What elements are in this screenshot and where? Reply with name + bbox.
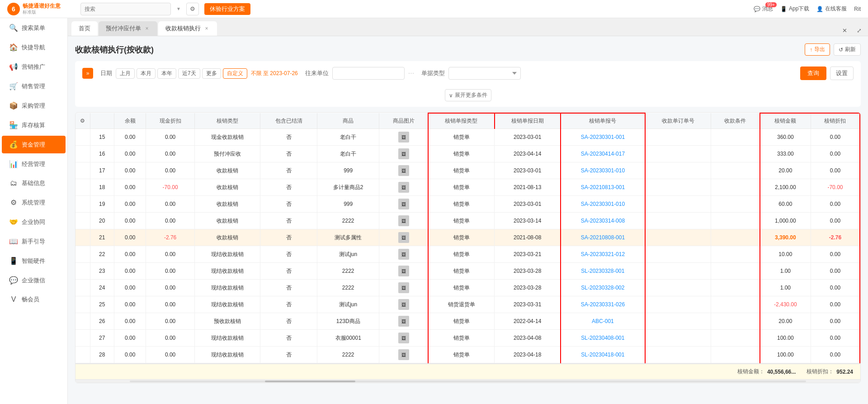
- export-button[interactable]: ↑ 导出: [805, 43, 830, 56]
- col-balance: 余额: [114, 113, 146, 129]
- cancel-bill-no-link[interactable]: SA-20210813-001: [581, 184, 625, 190]
- page-actions: ↑ 导出 ↺ 刷新: [805, 43, 861, 56]
- row-cancel-type: 现结收款核销: [194, 330, 260, 347]
- col-settings[interactable]: ⚙: [75, 113, 90, 129]
- sidebar-label-purchase: 采购管理: [22, 102, 45, 110]
- cancel-bill-no-link[interactable]: SA-20230301-010: [581, 201, 625, 207]
- scrollbar-thumb[interactable]: [265, 380, 355, 382]
- cancel-bill-no-link[interactable]: SA-20230301-001: [581, 134, 625, 140]
- footer-cancel-discount: 核销折扣： 952.24: [807, 368, 853, 375]
- purchase-icon: 📦: [9, 101, 18, 110]
- notification-item[interactable]: 💬 消息 99+: [754, 5, 773, 13]
- filter-expand-button[interactable]: »: [82, 68, 93, 79]
- query-button[interactable]: 查询: [800, 67, 826, 80]
- tab-bar: 首页 预付冲应付单 × 收款核销执行 × ✕ ⤢: [68, 18, 868, 36]
- close-all-tabs-button[interactable]: ✕: [839, 25, 850, 36]
- date-btn-7days[interactable]: 近7天: [178, 68, 200, 79]
- sidebar-item-enterprise[interactable]: 🤝企业协同: [2, 213, 66, 231]
- cancel-bill-no-link[interactable]: SL-20230418-001: [581, 352, 624, 358]
- table-scroll[interactable]: ⚙ 余额 现金折扣 核销类型 包含已结清 商品 商品图片 核销单报类型 核销单报…: [75, 113, 860, 363]
- row-cancel-bill-no: SL-20230408-001: [561, 330, 645, 347]
- sidebar-item-inventory[interactable]: 🏪库存核算: [2, 116, 66, 134]
- sidebar-item-system[interactable]: ⚙系统管理: [2, 194, 66, 211]
- sidebar-item-quick-nav[interactable]: 🏠快捷导航: [2, 38, 66, 56]
- app-download-item[interactable]: 📱 App下载: [780, 5, 809, 13]
- cancel-bill-no-link[interactable]: SA-20230314-008: [581, 218, 625, 224]
- cancel-bill-no-link[interactable]: SA-20210808-001: [581, 234, 625, 241]
- cancel-bill-no-link[interactable]: ABC-001: [592, 318, 614, 324]
- goods-img-cell: 🖼: [379, 162, 428, 179]
- row-cancel-bill-date: 2023-04-14: [495, 146, 561, 162]
- sidebar-item-guide[interactable]: 📖新手引导: [2, 233, 66, 250]
- sidebar-label-inventory: 库存核算: [22, 121, 45, 129]
- sidebar-item-finance[interactable]: 💰资金管理: [2, 136, 66, 153]
- row-cancel-bill-no: SL-20230328-002: [561, 280, 645, 296]
- col-goods: 商品: [317, 113, 379, 129]
- filter-settings-button[interactable]: 设置: [830, 67, 854, 80]
- sidebar-item-search[interactable]: 🔍搜索菜单: [2, 19, 66, 37]
- row-seq: 19: [90, 196, 114, 213]
- sidebar-item-member[interactable]: V畅会员: [2, 291, 66, 308]
- date-btn-this-year[interactable]: 本年: [157, 68, 176, 79]
- row-balance: 0.00: [114, 313, 146, 330]
- user-name[interactable]: Rit: [854, 6, 861, 12]
- cancel-bill-no-link[interactable]: SA-20230414-017: [581, 151, 625, 157]
- row-cancel-bill-date: 2021-08-08: [495, 229, 561, 246]
- gear-button[interactable]: ⚙: [186, 3, 199, 15]
- table-row: 16 0.00 0.00 预付冲应收 否 老白干 🖼 销货单 2023-04-1…: [75, 146, 860, 162]
- cancel-bill-no-link[interactable]: SL-20230408-001: [581, 335, 624, 341]
- date-btn-more[interactable]: 更多: [202, 68, 221, 79]
- row-cancel-bill-type: 销货单: [428, 347, 495, 363]
- horizontal-scrollbar[interactable]: [75, 379, 860, 383]
- tab-receipt[interactable]: 收款核销执行 ×: [158, 21, 217, 36]
- sidebar-item-operations[interactable]: 📊经营管理: [2, 155, 66, 173]
- row-cancel-bill-no: SA-20230301-010: [561, 196, 645, 213]
- row-seq: 21: [90, 229, 114, 246]
- filter-type-select[interactable]: [448, 67, 521, 80]
- cancel-bill-no-link[interactable]: SA-20230301-010: [581, 167, 625, 174]
- row-cancel-amount: 360.00: [760, 129, 811, 146]
- row-cash-discount: 0.00: [146, 162, 195, 179]
- row-empty: [75, 146, 90, 162]
- sidebar-item-hardware[interactable]: 📱智能硬件: [2, 252, 66, 270]
- sidebar-item-basic[interactable]: 🗂基础信息: [2, 175, 66, 192]
- page-title: 收款核销执行(按收款): [75, 44, 154, 55]
- tab-home-label: 首页: [79, 24, 90, 33]
- sidebar-item-marketing[interactable]: 📢营销推广: [2, 58, 66, 76]
- row-cancel-bill-no: ABC-001: [561, 313, 645, 330]
- expand-more-button[interactable]: ∨ 展开更多条件: [445, 89, 491, 101]
- cancel-bill-no-link[interactable]: SL-20230328-001: [581, 268, 624, 274]
- refresh-button[interactable]: ↺ 刷新: [834, 43, 861, 56]
- sidebar-label-marketing: 营销推广: [22, 63, 45, 71]
- tab-receipt-close[interactable]: ×: [203, 25, 210, 32]
- row-incl-settled: 否: [260, 229, 317, 246]
- row-incl-settled: 否: [260, 330, 317, 347]
- row-cancel-type: 收款核销: [194, 162, 260, 179]
- sidebar-item-sales[interactable]: 🛒销售管理: [2, 77, 66, 95]
- sidebar-item-wechat[interactable]: 💬企业微信: [2, 271, 66, 289]
- cancel-bill-no-link[interactable]: SA-20230321-012: [581, 251, 625, 257]
- refresh-label: 刷新: [845, 46, 856, 53]
- filter-unit-input[interactable]: [332, 67, 405, 80]
- row-receipt-condition: [711, 313, 760, 330]
- row-receipt-order-no: [645, 313, 711, 330]
- cancel-bill-no-link[interactable]: SA-20230331-026: [581, 301, 625, 308]
- tab-home[interactable]: 首页: [71, 21, 98, 36]
- tab-prepay[interactable]: 预付冲应付单 ×: [99, 21, 157, 36]
- restore-button[interactable]: ⤢: [854, 25, 864, 36]
- table-row: 19 0.00 0.00 收款核销 否 999 🖼 销货单 2023-03-01…: [75, 196, 860, 213]
- filter-unit-dots[interactable]: ···: [408, 69, 414, 77]
- industry-button[interactable]: 休验行业方案: [204, 3, 250, 15]
- tab-prepay-close[interactable]: ×: [144, 25, 150, 32]
- search-input[interactable]: [80, 3, 171, 15]
- search-dropdown-arrow[interactable]: ▼: [176, 6, 181, 11]
- cancel-bill-no-link[interactable]: SL-20230328-002: [581, 285, 624, 291]
- online-service-item[interactable]: 👤 在线客服: [816, 5, 847, 13]
- sidebar-item-purchase[interactable]: 📦采购管理: [2, 97, 66, 114]
- refresh-icon: ↺: [839, 47, 843, 53]
- col-goods-img: 商品图片: [379, 113, 428, 129]
- date-btn-this-month[interactable]: 本月: [137, 68, 156, 79]
- col-cancel-amount: 核销金额: [760, 113, 811, 129]
- date-btn-last-month[interactable]: 上月: [116, 68, 135, 79]
- date-btn-custom[interactable]: 自定义: [223, 68, 247, 79]
